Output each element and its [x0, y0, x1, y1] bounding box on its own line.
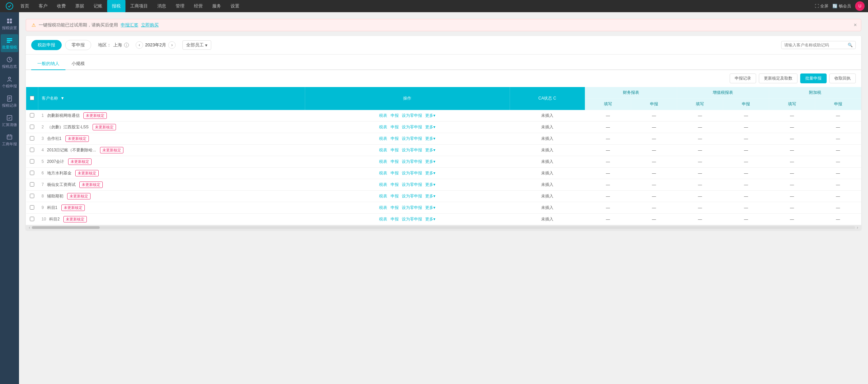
tab-tax-declare[interactable]: 税款申报 — [31, 40, 62, 50]
row-checkbox[interactable] — [30, 125, 34, 129]
cell-checkbox[interactable] — [26, 214, 38, 225]
op-more[interactable]: 更多▾ — [425, 182, 435, 187]
scrollbar-left-btn[interactable]: ‹ — [27, 225, 32, 230]
row-checkbox[interactable] — [30, 148, 34, 152]
sidebar-item-overview[interactable]: 报税总览 — [1, 54, 18, 71]
op-declare[interactable]: 申报 — [391, 194, 399, 198]
op-tax-table[interactable]: 税表 — [379, 171, 387, 175]
sidebar-item-tax-settings[interactable]: 报税设置 — [1, 15, 18, 33]
op-more[interactable]: 更多▾ — [425, 205, 435, 210]
op-declare[interactable]: 申报 — [391, 217, 399, 221]
op-declare[interactable]: 申报 — [391, 136, 399, 141]
op-declare[interactable]: 申报 — [391, 171, 399, 175]
sort-icon[interactable]: ▼ — [60, 96, 64, 101]
logo[interactable] — [3, 0, 16, 12]
op-zero-declare[interactable]: 设为零申报 — [402, 182, 422, 187]
search-input[interactable] — [784, 43, 848, 47]
cell-checkbox[interactable] — [26, 191, 38, 202]
op-tax-table[interactable]: 税表 — [379, 125, 387, 129]
tab-zero-declare[interactable]: 零申报 — [65, 40, 91, 50]
op-more[interactable]: 更多▾ — [425, 194, 435, 198]
op-zero-declare[interactable]: 设为零申报 — [402, 205, 422, 210]
retrieve-btn[interactable]: 收取回执 — [829, 73, 856, 83]
op-zero-declare[interactable]: 设为零申报 — [402, 136, 422, 141]
op-more[interactable]: 更多▾ — [425, 113, 435, 118]
search-icon[interactable]: 🔍 — [848, 43, 853, 47]
member-btn[interactable]: 🔄 畅会员 — [832, 3, 851, 9]
report-record-btn[interactable]: 申报记录 — [730, 73, 756, 83]
row-checkbox[interactable] — [30, 136, 34, 141]
sidebar-item-batch-tax[interactable]: 批量报税 — [1, 34, 18, 52]
nav-fee[interactable]: 收费 — [52, 0, 71, 12]
row-checkbox[interactable] — [30, 171, 34, 175]
cell-checkbox[interactable] — [26, 168, 38, 179]
sidebar-item-tax-record[interactable]: 报税记录 — [1, 92, 18, 110]
scrollbar-right-btn[interactable]: › — [855, 225, 860, 230]
select-all-checkbox[interactable] — [30, 96, 34, 100]
op-tax-table[interactable]: 税表 — [379, 148, 387, 152]
cell-checkbox[interactable] — [26, 110, 38, 122]
banner-close-btn[interactable]: × — [854, 22, 857, 28]
op-declare[interactable]: 申报 — [391, 205, 399, 210]
op-zero-declare[interactable]: 设为零申报 — [402, 113, 422, 118]
banner-link-buy[interactable]: 立即购买 — [141, 22, 159, 28]
op-zero-declare[interactable]: 设为零申报 — [402, 194, 422, 198]
date-next-btn[interactable]: › — [168, 41, 176, 49]
op-zero-declare[interactable]: 设为零申报 — [402, 159, 422, 164]
op-more[interactable]: 更多▾ — [425, 148, 435, 152]
sub-tab-general[interactable]: 一般的纳人 — [31, 58, 65, 70]
scrollbar-track[interactable] — [32, 226, 855, 229]
sidebar-item-settlement[interactable]: 汇算清缴 — [1, 112, 18, 130]
date-prev-btn[interactable]: ‹ — [136, 41, 143, 49]
nav-tax[interactable]: 报税 — [107, 0, 125, 12]
user-avatar[interactable]: U — [855, 1, 865, 11]
cell-checkbox[interactable] — [26, 145, 38, 156]
row-checkbox[interactable] — [30, 113, 34, 118]
nav-home[interactable]: 首页 — [16, 0, 34, 12]
op-more[interactable]: 更多▾ — [425, 136, 435, 141]
nav-manage[interactable]: 管理 — [171, 0, 189, 12]
op-tax-table[interactable]: 税表 — [379, 217, 387, 221]
nav-service[interactable]: 服务 — [208, 0, 226, 12]
row-checkbox[interactable] — [30, 182, 34, 187]
nav-account[interactable]: 记账 — [89, 0, 107, 12]
nav-invoice[interactable]: 票据 — [71, 0, 89, 12]
cell-checkbox[interactable] — [26, 156, 38, 168]
fullscreen-btn[interactable]: ⛶ 全屏 — [815, 3, 828, 9]
op-zero-declare[interactable]: 设为零申报 — [402, 148, 422, 152]
employee-selector[interactable]: 全部员工 ▾ — [182, 40, 211, 50]
cell-checkbox[interactable] — [26, 133, 38, 145]
op-more[interactable]: 更多▾ — [425, 159, 435, 164]
row-checkbox[interactable] — [30, 159, 34, 164]
cell-checkbox[interactable] — [26, 202, 38, 214]
banner-link-report[interactable]: 申报汇签 — [121, 22, 138, 28]
op-more[interactable]: 更多▾ — [425, 125, 435, 129]
op-zero-declare[interactable]: 设为零申报 — [402, 217, 422, 221]
op-zero-declare[interactable]: 设为零申报 — [402, 171, 422, 175]
op-declare[interactable]: 申报 — [391, 125, 399, 129]
sidebar-item-personal-tax[interactable]: 个税申报 — [1, 73, 18, 91]
region-info-icon[interactable]: i — [124, 43, 129, 47]
cell-checkbox[interactable] — [26, 179, 38, 191]
op-tax-table[interactable]: 税表 — [379, 136, 387, 141]
nav-message[interactable]: 消息 — [153, 0, 171, 12]
op-more[interactable]: 更多▾ — [425, 217, 435, 221]
row-checkbox[interactable] — [30, 205, 34, 210]
row-checkbox[interactable] — [30, 217, 34, 221]
nav-customer[interactable]: 客户 — [34, 0, 52, 12]
op-declare[interactable]: 申报 — [391, 113, 399, 118]
nav-operation[interactable]: 经营 — [189, 0, 208, 12]
op-tax-table[interactable]: 税表 — [379, 182, 387, 187]
op-tax-table[interactable]: 税表 — [379, 159, 387, 164]
sidebar-item-annual[interactable]: 工商年报 — [1, 131, 18, 149]
op-tax-table[interactable]: 税表 — [379, 205, 387, 210]
sub-tab-small[interactable]: 小规模 — [65, 58, 91, 70]
op-declare[interactable]: 申报 — [391, 148, 399, 152]
op-tax-table[interactable]: 税表 — [379, 113, 387, 118]
op-more[interactable]: 更多▾ — [425, 171, 435, 175]
nav-business[interactable]: 工商项目 — [125, 0, 153, 12]
row-checkbox[interactable] — [30, 194, 34, 198]
op-declare[interactable]: 申报 — [391, 182, 399, 187]
nav-settings[interactable]: 设置 — [226, 0, 244, 12]
batch-report-btn[interactable]: 批量申报 — [800, 73, 827, 83]
